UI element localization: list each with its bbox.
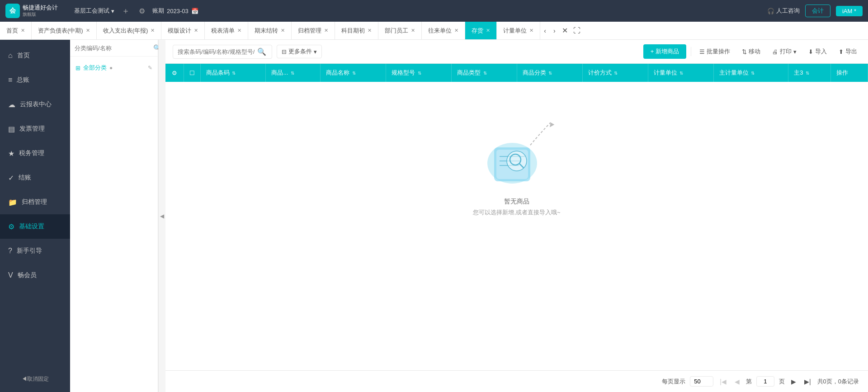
per-page-select[interactable]: 50 10 20 100	[690, 376, 713, 387]
iam-button[interactable]: iAM *	[836, 6, 863, 16]
tab-supplier[interactable]: 往来单位 ✕	[422, 22, 465, 40]
human-service-button[interactable]: 🎧 人工咨询	[767, 7, 800, 15]
tab-archive-close[interactable]: ✕	[324, 28, 328, 33]
period-value: 2023-03	[167, 8, 189, 14]
tab-close-all-button[interactable]: ✕	[559, 26, 571, 35]
empty-illustration	[472, 109, 562, 190]
tab-template-close[interactable]: ✕	[194, 28, 198, 33]
th-price-method[interactable]: 计价方式 ⇅	[582, 64, 648, 82]
tab-income-label: 收入支出表(年报)	[103, 27, 148, 35]
main-search-icon[interactable]: 🔍	[257, 47, 266, 56]
account-button[interactable]: 会计	[805, 5, 830, 17]
sidebar-item-newbie[interactable]: ? 新手引导	[0, 239, 70, 263]
all-categories-item[interactable]: ⊞ 全部分类 ● ✎	[70, 60, 158, 76]
tab-taxclear[interactable]: 税表清单 ✕	[205, 22, 248, 40]
toolbar-divider-1	[691, 47, 691, 56]
ledger-icon: ≡	[8, 76, 12, 84]
sidebar-item-invoice[interactable]: ▤ 发票管理	[0, 117, 70, 141]
page-input[interactable]	[756, 376, 774, 387]
sort-arrows-spec: ⇅	[418, 71, 421, 76]
tab-supplier-close[interactable]: ✕	[454, 28, 458, 33]
logo-area: 会 畅捷通好会计 旗舰版	[5, 4, 69, 18]
page-next-button[interactable]: ▶	[789, 378, 798, 385]
export-button[interactable]: ⬆ 导出	[835, 45, 861, 58]
dropdown-arrow-icon: ▾	[111, 8, 114, 14]
tab-template[interactable]: 模版设计 ✕	[161, 22, 205, 40]
tab-balance-label: 资产负债表(中期)	[38, 27, 83, 35]
tab-next-button[interactable]: ›	[550, 27, 559, 34]
tab-prev-button[interactable]: ‹	[540, 27, 550, 34]
print-button[interactable]: 🖨 打印 ▾	[769, 45, 800, 58]
th-main-unit-label: 主计量单位	[719, 69, 749, 76]
page-first-button[interactable]: |◀	[718, 378, 728, 385]
sidebar-archive-label: 归档管理	[22, 198, 47, 206]
page-prev-button[interactable]: ◀	[733, 378, 741, 385]
more-conditions-label: 更多条件	[288, 47, 312, 56]
sidebar-bottom: ◀取消固定	[0, 366, 70, 392]
sidebar-item-archive[interactable]: 📁 归档管理	[0, 190, 70, 214]
th-col3[interactable]: 主3 ⇅	[788, 64, 831, 82]
tab-expand-button[interactable]: ⛶	[571, 27, 583, 35]
tab-home[interactable]: 首页 ✕	[0, 22, 32, 40]
content-area: 🔍 ⊞ 全部分类 ● ✎ ◀	[70, 40, 868, 392]
tab-taxclear-close[interactable]: ✕	[237, 28, 241, 33]
tab-subject-init-close[interactable]: ✕	[368, 28, 372, 33]
th-main-unit[interactable]: 主计量单位 ⇅	[713, 64, 788, 82]
th-name[interactable]: 商品名称 ⇅	[321, 64, 386, 82]
sidebar-item-member[interactable]: V 畅会员	[0, 263, 70, 288]
tab-unit-close[interactable]: ✕	[529, 28, 533, 33]
sidebar-item-basic-settings[interactable]: ⚙ 基础设置	[0, 214, 70, 239]
tab-income-close[interactable]: ✕	[151, 28, 155, 33]
tab-balance[interactable]: 资产负债表(中期) ✕	[32, 22, 97, 40]
batch-op-button[interactable]: ☰ 批量操作	[696, 45, 734, 58]
tab-subject-init-label: 科目期初	[341, 27, 365, 35]
tab-period-end-close[interactable]: ✕	[281, 28, 285, 33]
newbie-icon: ?	[8, 247, 12, 255]
import-icon: ⬇	[808, 48, 813, 55]
tab-subject-init[interactable]: 科目期初 ✕	[335, 22, 378, 40]
main-search-input[interactable]	[178, 48, 255, 55]
sidebar-item-ledger[interactable]: ≡ 总账	[0, 68, 70, 92]
sort-arrows-main-unit: ⇅	[751, 71, 755, 76]
page-last-button[interactable]: ▶|	[802, 378, 813, 385]
add-product-button[interactable]: + 新增商品	[643, 44, 686, 59]
edit-icon[interactable]: ✎	[148, 65, 152, 71]
company-selector[interactable]: 基层工会测试 ▾	[74, 7, 114, 15]
th-category[interactable]: 商品分类 ⇅	[517, 64, 582, 82]
tab-inventory-close[interactable]: ✕	[486, 28, 490, 33]
tab-period-end[interactable]: 期末结转 ✕	[248, 22, 292, 40]
sidebar-item-home[interactable]: ⌂ 首页	[0, 43, 70, 68]
cancel-fixed-button[interactable]: ◀取消固定	[0, 372, 70, 387]
tab-home-close[interactable]: ✕	[21, 28, 25, 33]
settings-icon[interactable]: ⚙	[137, 7, 147, 15]
th-settings[interactable]: ⚙	[165, 64, 184, 82]
tab-balance-close[interactable]: ✕	[86, 28, 90, 33]
tab-inventory[interactable]: 存货 ✕	[465, 22, 497, 40]
sidebar-item-tax[interactable]: ★ 税务管理	[0, 141, 70, 165]
more-conditions-button[interactable]: ⊟ 更多条件 ▾	[277, 45, 322, 58]
sort-arrows-type: ⇅	[483, 71, 487, 76]
sidebar-member-label: 畅会员	[18, 271, 37, 279]
add-workspace-button[interactable]: ＋	[120, 5, 132, 16]
per-page-label: 每页显示	[662, 378, 685, 386]
left-panel-collapse-button[interactable]: ◀	[158, 40, 165, 392]
tab-dept-staff-close[interactable]: ✕	[411, 28, 415, 33]
tab-dept-staff[interactable]: 部门员工 ✕	[378, 22, 422, 40]
move-button[interactable]: ⇅ 移动	[738, 45, 764, 58]
import-button[interactable]: ⬇ 导入	[805, 45, 830, 58]
th-barcode[interactable]: 商品条码 ⇅	[200, 64, 266, 82]
sidebar-checkout-label: 结账	[19, 174, 31, 182]
th-unit[interactable]: 计量单位 ⇅	[648, 64, 713, 82]
calendar-icon[interactable]: 📅	[191, 8, 198, 14]
svg-marker-9	[548, 122, 554, 128]
sidebar-item-checkout[interactable]: ✓ 结账	[0, 165, 70, 190]
th-code[interactable]: 商品... ⇅	[266, 64, 321, 82]
tab-income[interactable]: 收入支出表(年报) ✕	[97, 22, 162, 40]
tab-archive[interactable]: 归档管理 ✕	[292, 22, 335, 40]
th-type[interactable]: 商品类型 ⇅	[451, 64, 517, 82]
th-spec[interactable]: 规格型号 ⇅	[386, 64, 451, 82]
sidebar-item-report[interactable]: ☁ 云报表中心	[0, 92, 70, 117]
th-check[interactable]: ☐	[184, 64, 200, 82]
category-search-input[interactable]	[75, 45, 151, 52]
tab-unit[interactable]: 计量单位 ✕	[497, 22, 540, 40]
